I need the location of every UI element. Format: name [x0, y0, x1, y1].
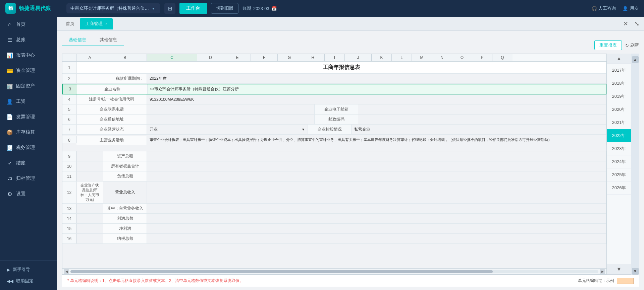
year-item-2020[interactable]: 2020年 [607, 103, 631, 116]
sidebar-item-invoice[interactable]: 📄 发票管理 [0, 109, 57, 125]
cell-title[interactable]: 工商年报信息表 [76, 62, 606, 73]
tab-home[interactable]: 首页 [60, 18, 80, 29]
row-num: 7 [62, 125, 76, 134]
cell-2-ab: 税款所属期间： [76, 74, 147, 83]
sidebar-item-close[interactable]: ✓ 结账 [0, 155, 57, 171]
inventory-icon: 📦 [7, 129, 13, 135]
cell-14-c[interactable] [147, 214, 606, 223]
status-hint: * 单元格编辑说明：1、点击单元格直接录入数值或文本。2、清空单元格数值或文本恢… [67, 278, 244, 284]
tab-commerce[interactable]: 工商管理 × [80, 18, 113, 29]
cell-6-k[interactable] [358, 115, 606, 124]
chevron-down-button[interactable]: ▼ [632, 268, 639, 275]
row-num: 4 [62, 94, 76, 104]
cell-9-c[interactable] [147, 151, 606, 161]
table-row: 16 纳税总额 [62, 234, 606, 244]
cell-15-c[interactable] [147, 224, 606, 233]
sidebar-item-label: 资金管理 [16, 68, 35, 74]
cell-12-c[interactable] [147, 182, 606, 203]
year-item-2017[interactable]: 2017年 [607, 64, 631, 77]
year-item-2023[interactable]: 2023年 [607, 142, 631, 155]
sidebar-unpin[interactable]: ◀◀ 取消固定 [0, 275, 57, 287]
cell-6-j: 邮政编码 [315, 115, 358, 124]
chevron-up-button[interactable]: ▲ [632, 56, 639, 63]
sidebar-item-reports[interactable]: 📊 报表中心 [0, 48, 57, 63]
cell-8-c[interactable]: 审查企业会计报表；出具审计报告；验证企业资本；出具验资报告；办理企业合并、分立、… [147, 136, 606, 145]
cell-5-k[interactable] [358, 104, 606, 114]
tab-bar-right: ✕ ⤡ [622, 19, 641, 29]
cell-7-c[interactable]: 开业 ▼ [147, 125, 308, 134]
sidebar-item-assets[interactable]: 🏢 固定资产 [0, 78, 57, 94]
refresh-label: 刷新 [630, 42, 639, 48]
table-row[interactable]: 3 企业名称 中审众环会计师事务所（特殊普通合伙）江苏分所 [62, 84, 606, 94]
sidebar-item-inventory[interactable]: 📦 库存核算 [0, 125, 57, 140]
col-K: K [372, 54, 392, 61]
sidebar-item-tax[interactable]: 🧾 税务管理 [0, 140, 57, 155]
sidebar-new-guide[interactable]: ▶ 新手引导 [0, 264, 57, 275]
cell-2-c[interactable]: 2022年度 [147, 74, 197, 83]
year-item-2021[interactable]: 2021年 [607, 116, 631, 129]
sub-tab-other[interactable]: 其他信息 [93, 34, 124, 46]
sub-tab-row: 基础信息 其他信息 重置报表 ↻ 刷新 [62, 34, 639, 50]
sidebar-item-archive[interactable]: 🗂 归档管理 [0, 171, 57, 186]
tab-close-icon[interactable]: × [105, 22, 107, 26]
cell-10-c[interactable] [147, 161, 606, 171]
tab-expand-button[interactable]: ⤡ [633, 19, 641, 29]
finance-icon: 💳 [7, 68, 13, 74]
tab-bar: 首页 工商管理 × ✕ ⤡ [57, 17, 644, 31]
cell-13-b: 其中：主营业务收入 [103, 204, 147, 213]
reset-report-button[interactable]: 重置报表 [594, 40, 622, 50]
close-accounts-icon: ✓ [7, 160, 13, 166]
cell-16-c[interactable] [147, 234, 606, 243]
table-row: 11 负债总额 [62, 171, 606, 182]
year-item-2019[interactable]: 2019年 [607, 90, 631, 103]
year-item-2025[interactable]: 2025年 [607, 168, 631, 182]
company-selector[interactable]: 中审众环会计师事务所（特殊普通合伙… ▼ [66, 3, 160, 13]
company-name: 中审众环会计师事务所（特殊普通合伙… [70, 5, 149, 11]
horizontal-scrollbar[interactable]: ◀ ▶ [62, 268, 606, 274]
app-title: 畅捷通易代账 [19, 5, 51, 12]
scroll-track[interactable] [70, 270, 598, 273]
table-row: 2 税款所属期间： 2022年度 [62, 74, 606, 84]
cell-12-b-label: 营业总收入 [115, 190, 135, 195]
sidebar-item-settings[interactable]: ⚙ 设置 [0, 186, 57, 202]
year-item-2024[interactable]: 2024年 [607, 155, 631, 168]
refresh-button[interactable]: ↻ 刷新 [625, 42, 639, 48]
workbench-button[interactable]: 工作台 [179, 3, 207, 14]
sidebar-item-ledger[interactable]: ☰ 总账 [0, 32, 57, 48]
tab-close-button[interactable]: ✕ [622, 19, 630, 29]
cell-11-c[interactable] [147, 171, 606, 181]
cell-12-a: 企业资产状况信息(币种：人民币万元) [76, 182, 103, 203]
cell-13-c[interactable] [147, 204, 606, 213]
copy-button[interactable]: ⊟ [164, 3, 175, 14]
switch-version-button[interactable]: 切到旧版 [211, 3, 238, 14]
year-item-2026[interactable]: 2026年 [607, 182, 631, 195]
consult-button[interactable]: 🎧 人工咨询 [592, 5, 616, 11]
sub-tab-basic[interactable]: 基础信息 [62, 34, 93, 46]
cell-3-ab: 企业名称 [77, 84, 148, 94]
year-item-2018[interactable]: 2018年 [607, 77, 631, 90]
sidebar-item-payroll[interactable]: 👤 工资 [0, 94, 57, 109]
table-row: 10 所有者权益合计 [62, 161, 606, 171]
cell-3-c[interactable]: 中审众环会计师事务所（特殊普通合伙）江苏分所 [148, 84, 606, 94]
cell-6-c[interactable] [147, 115, 315, 124]
right-chevron-panel: ▲ ▼ [631, 54, 639, 275]
sidebar: ⌂ 首页 ☰ 总账 📊 报表中心 💳 资金管理 🏢 固定资产 👤 工资 [0, 17, 57, 290]
year-scroll-up-button[interactable]: ▲ [607, 54, 631, 64]
col-D: D [197, 54, 224, 61]
calendar-icon[interactable]: 📅 [271, 6, 277, 11]
sidebar-item-finance[interactable]: 💳 资金管理 [0, 63, 57, 78]
user-area[interactable]: 👤 用友 [623, 5, 639, 11]
cell-4-c[interactable]: 91320100MA208E5W6K [147, 94, 606, 104]
cell-7-k[interactable]: 私营企业 [352, 125, 606, 134]
scroll-left-button[interactable]: ◀ [64, 269, 69, 274]
table-row: 6 企业通信地址 邮政编码 [62, 115, 606, 125]
sidebar-item-home[interactable]: ⌂ 首页 [0, 17, 57, 32]
year-scroll-down-button[interactable]: ▼ [607, 264, 631, 275]
year-item-2022[interactable]: 2022年 [607, 129, 631, 142]
cell-5-c[interactable] [147, 104, 315, 114]
unpin-label: 取消固定 [16, 278, 34, 284]
archive-icon: 🗂 [7, 175, 13, 182]
scroll-right-button[interactable]: ▶ [600, 269, 605, 274]
guide-icon: ▶ [7, 267, 10, 272]
cell-5-j: 企业电子邮箱 [315, 104, 358, 114]
